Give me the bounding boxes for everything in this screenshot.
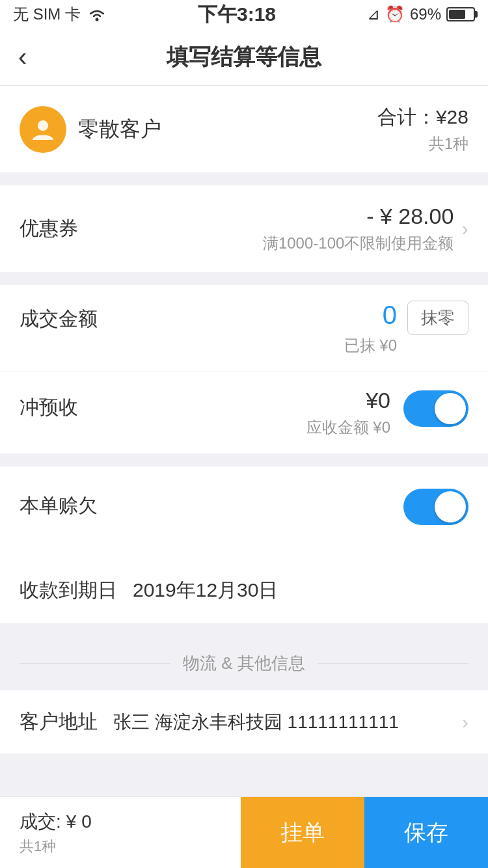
customer-avatar [20, 106, 66, 153]
debt-toggle[interactable] [403, 489, 468, 525]
deal-amount-value[interactable]: 0 [344, 301, 397, 330]
coupon-chevron-icon: › [461, 217, 468, 241]
transaction-section: 成交金额 0 已抹 ¥0 抹零 冲预收 ¥0 应收金额 ¥0 [0, 285, 488, 454]
status-right: ⊿ ⏰ 69% [367, 5, 475, 23]
bottom-count: 共1种 [20, 837, 221, 856]
logistics-divider: 物流 & 其他信息 [0, 636, 488, 690]
deal-amount-row: 成交金额 0 已抹 ¥0 抹零 [0, 285, 488, 372]
address-value: 张三 海淀永丰科技园 11111111111 [113, 710, 399, 735]
coupon-row[interactable]: 优惠券 - ¥ 28.00 满1000-100不限制使用金额 › [0, 185, 488, 272]
svg-point-1 [38, 120, 48, 131]
bottom-info: 成交: ¥ 0 共1种 [0, 809, 241, 856]
coupon-section[interactable]: 优惠券 - ¥ 28.00 满1000-100不限制使用金额 › [0, 185, 488, 272]
customer-row: 零散客户 合计：¥28 共1种 [0, 86, 488, 172]
deal-amount-right: 0 已抹 ¥0 抹零 [344, 301, 468, 356]
location-icon: ⊿ [367, 5, 380, 23]
bottom-deal-label: 成交: [20, 809, 61, 834]
date-row: 收款到期日 2019年12月30日 [0, 558, 488, 623]
status-bar: 无 SIM 卡 下午3:18 ⊿ ⏰ 69% [0, 0, 488, 29]
pre-receive-right: ¥0 应收金额 ¥0 [306, 388, 468, 438]
debt-row: 本单赊欠 [0, 467, 488, 545]
sim-status: 无 SIM 卡 [13, 4, 81, 25]
address-row[interactable]: 客户地址 张三 海淀永丰科技园 11111111111 › [0, 690, 488, 753]
wifi-icon [87, 7, 107, 21]
total-count: 共1种 [377, 133, 468, 154]
svg-point-0 [96, 18, 99, 21]
pre-receive-label: 冲预收 [20, 394, 78, 421]
coupon-label: 优惠券 [20, 215, 78, 242]
pre-receive-toggle[interactable] [403, 390, 468, 427]
content: 零散客户 合计：¥28 共1种 优惠券 - ¥ 28.00 满1000-100不… [0, 86, 488, 845]
alarm-icon: ⏰ [385, 5, 405, 23]
debt-label: 本单赊欠 [20, 493, 98, 519]
due-date-label: 收款到期日 [20, 577, 117, 604]
debt-section: 本单赊欠 收款到期日 2019年12月30日 [0, 467, 488, 623]
pre-receive-sub: 应收金额 ¥0 [306, 417, 390, 438]
back-button[interactable]: ‹ [18, 42, 27, 72]
pre-receive-row: 冲预收 ¥0 应收金额 ¥0 [0, 372, 488, 454]
bottom-deal-value: ¥ 0 [66, 811, 92, 832]
address-chevron-icon: › [462, 711, 468, 733]
customer-name: 零散客户 [78, 115, 161, 144]
pre-receive-value: ¥0 [306, 388, 390, 413]
pre-receive-amounts: ¥0 应收金额 ¥0 [306, 388, 390, 438]
address-label: 客户地址 [20, 709, 98, 735]
address-section: 客户地址 张三 海淀永丰科技园 11111111111 › [0, 690, 488, 753]
page-title: 填写结算等信息 [167, 42, 321, 72]
status-time: 下午3:18 [198, 1, 276, 28]
nav-bar: ‹ 填写结算等信息 [0, 29, 488, 86]
debt-toggle-thumb [435, 491, 466, 522]
hold-order-button[interactable]: 挂单 [241, 797, 364, 869]
logistics-line-left [20, 663, 170, 664]
logistics-line-right [318, 663, 468, 664]
customer-total: 合计：¥28 共1种 [377, 104, 468, 154]
status-left: 无 SIM 卡 [13, 4, 107, 25]
due-date-value: 2019年12月30日 [133, 577, 278, 604]
battery-icon [446, 7, 475, 21]
total-amount: 合计：¥28 [377, 104, 468, 131]
deal-amount-sub: 已抹 ¥0 [344, 335, 397, 356]
round-zero-button[interactable]: 抹零 [407, 301, 468, 335]
logistics-label: 物流 & 其他信息 [183, 652, 305, 675]
logistics-label-row: 物流 & 其他信息 [20, 652, 468, 675]
coupon-sub: 满1000-100不限制使用金额 [263, 233, 454, 254]
save-button[interactable]: 保存 [364, 797, 488, 869]
toggle-thumb [435, 393, 466, 424]
coupon-value: - ¥ 28.00 [263, 204, 454, 229]
battery-percent: 69% [410, 5, 441, 23]
deal-amount-label: 成交金额 [20, 306, 98, 332]
bottom-bar: 成交: ¥ 0 共1种 挂单 保存 [0, 796, 488, 868]
